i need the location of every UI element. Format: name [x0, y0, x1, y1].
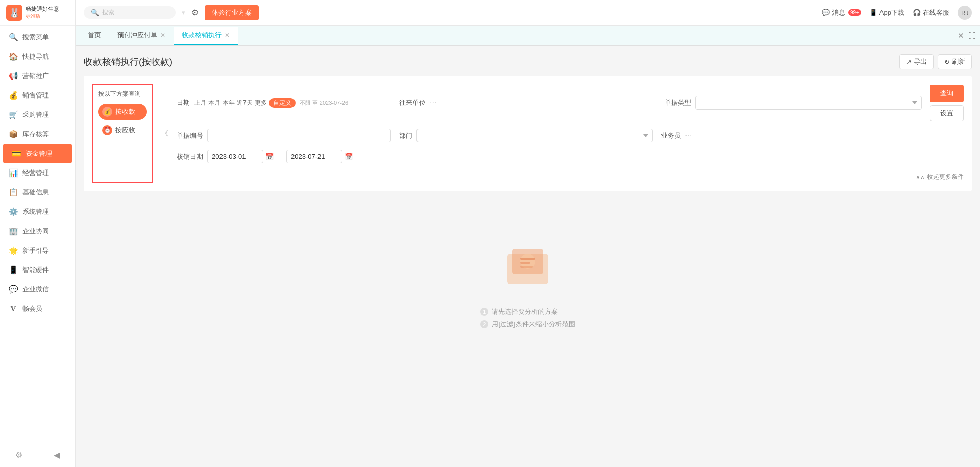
export-btn[interactable]: ↗ 导出 [899, 54, 934, 69]
member-icon: V [8, 305, 18, 313]
funds-icon: 💳 [11, 149, 21, 158]
sidebar-item-operations[interactable]: 📊 经营管理 [0, 163, 75, 183]
doc-no-label: 单据编号 [177, 131, 203, 140]
home-icon: 🏠 [8, 52, 18, 61]
date-from-input[interactable] [207, 150, 263, 163]
sidebar-menu: 🔍 搜索菜单 🏠 快捷导航 📢 营销推广 💰 销售管理 🛒 采购管理 📦 库存核… [0, 26, 75, 443]
filter-panel: 按以下方案查询 💰 按收款 ⏰ 按应收 《 [84, 76, 972, 191]
doc-type-label: 单据类型 [665, 98, 691, 107]
export-icon: ↗ [906, 58, 912, 66]
dept-select[interactable] [416, 129, 653, 142]
tab-collection-close[interactable]: ✕ [225, 32, 230, 39]
filter-option-by-receipt[interactable]: 💰 按收款 [98, 104, 147, 120]
page-header: 收款核销执行(按收款) ↗ 导出 ↻ 刷新 [84, 54, 972, 69]
search-placeholder: 搜索 [102, 8, 114, 17]
tabbar: 首页 预付冲应付单 ✕ 收款核销执行 ✕ ✕ ⛶ [76, 26, 980, 46]
salesperson-label: 业务员 [661, 131, 681, 140]
query-btn[interactable]: 查询 [930, 85, 964, 102]
tab-expand-btn[interactable]: ⛶ [968, 31, 976, 40]
calendar-to-icon[interactable]: 📅 [345, 153, 353, 160]
filter-doc-type-field: 单据类型 [665, 96, 922, 110]
marketing-icon: 📢 [8, 71, 18, 81]
page-title: 收款核销执行(按收款) [84, 56, 173, 68]
avatar[interactable]: Rit [958, 6, 972, 20]
filter-collapse-btn[interactable]: 《 [159, 84, 170, 183]
counterpart-label: 往来单位 [399, 98, 426, 107]
sidebar-settings-btn[interactable]: ⚙ [12, 447, 26, 463]
date-to-input[interactable] [286, 150, 342, 163]
filter-scheme-sidebar: 按以下方案查询 💰 按收款 ⏰ 按应收 [92, 84, 153, 183]
date-shortcut-last-month[interactable]: 上月 [194, 99, 206, 107]
smart-hw-icon: 📱 [8, 265, 18, 275]
doc-no-input[interactable] [207, 129, 391, 142]
filter-doc-no-field: 单据编号 [177, 129, 391, 142]
collapse-icon: 《 [161, 129, 168, 138]
salesperson-dots: ··· [685, 131, 692, 140]
sidebar-item-funds[interactable]: 💳 资金管理 [3, 144, 72, 163]
filter-sidebar-title: 按以下方案查询 [98, 90, 147, 99]
sidebar-item-inventory[interactable]: 📦 库存核算 [0, 125, 75, 144]
date-label: 日期 [177, 98, 190, 107]
refresh-btn[interactable]: ↻ 刷新 [938, 54, 972, 69]
sidebar-item-search[interactable]: 🔍 搜索菜单 [0, 28, 75, 47]
dept-label: 部门 [399, 131, 412, 140]
filter-option-by-receivable[interactable]: ⏰ 按应收 [98, 122, 147, 138]
tab-collection[interactable]: 收款核销执行 ✕ [174, 27, 238, 45]
collapse-more-btn[interactable]: ∧∧ 收起更多条件 [177, 170, 964, 183]
filter-actions: 查询 设置 [930, 84, 964, 121]
by-receipt-icon: 💰 [102, 107, 112, 117]
settings-btn[interactable]: 设置 [930, 105, 964, 121]
tab-home[interactable]: 首页 [80, 27, 109, 45]
tab-close-all-btn[interactable]: ✕ [958, 31, 964, 40]
logo-icon: 🐰 [6, 5, 22, 21]
date-shortcut-custom[interactable]: 自定义 [269, 98, 296, 108]
header-actions: ↗ 导出 ↻ 刷新 [899, 54, 972, 69]
calendar-from-icon[interactable]: 📅 [265, 153, 274, 160]
sidebar-item-system[interactable]: ⚙️ 系统管理 [0, 202, 75, 222]
sidebar-item-purchase[interactable]: 🛒 采购管理 [0, 105, 75, 125]
wechat-icon: 💬 [8, 285, 18, 294]
industry-btn[interactable]: 体验行业方案 [205, 5, 259, 20]
topbar: 🔍 搜索 ▾ ⚙ 体验行业方案 💬 消息 99+ 📱 App下载 🎧 在线客服 … [76, 0, 980, 26]
sidebar-item-wechat[interactable]: 💬 企业微信 [0, 280, 75, 299]
date-shortcut-this-month[interactable]: 本月 [208, 99, 220, 107]
app-download-btn[interactable]: 📱 App下载 [869, 8, 904, 17]
counterpart-dots: ··· [430, 98, 436, 107]
sidebar-item-newbie[interactable]: 🌟 新手引导 [0, 241, 75, 260]
sidebar-item-smart-hw[interactable]: 📱 智能硬件 [0, 260, 75, 280]
main-area: 🔍 搜索 ▾ ⚙ 体验行业方案 💬 消息 99+ 📱 App下载 🎧 在线客服 … [76, 0, 980, 467]
date-shortcut-more[interactable]: 更多 [255, 99, 267, 107]
tip-num-1: 1 [480, 308, 488, 316]
sidebar-item-quick-nav[interactable]: 🏠 快捷导航 [0, 47, 75, 66]
doc-type-select[interactable] [695, 96, 922, 110]
empty-state: 1 请先选择要分析的方案 2 用[过滤]条件来缩小分析范围 [84, 198, 972, 373]
sidebar-item-marketing[interactable]: 📢 营销推广 [0, 66, 75, 86]
svg-rect-5 [520, 266, 533, 268]
filter-row-1: 日期 上月 本月 本年 近7天 更多 自定义 不限 至 2023-07-26 [177, 84, 964, 121]
sidebar: 🐰 畅捷通好生意 标准版 🔍 搜索菜单 🏠 快捷导航 📢 营销推广 💰 销售管理… [0, 0, 76, 467]
collapse-more-icon: ∧∧ [916, 174, 925, 181]
sidebar-item-sales[interactable]: 💰 销售管理 [0, 86, 75, 105]
online-service-btn[interactable]: 🎧 在线客服 [913, 8, 949, 17]
sidebar-item-enterprise[interactable]: 🏢 企业协同 [0, 222, 75, 241]
date-range-from: 📅 [207, 150, 274, 163]
topbar-search[interactable]: 🔍 搜索 [84, 6, 176, 19]
newbie-icon: 🌟 [8, 246, 18, 255]
topbar-divider: ▾ [182, 9, 185, 16]
gear-button[interactable]: ⚙ [191, 8, 199, 17]
sidebar-item-member[interactable]: V 畅会员 [0, 299, 75, 318]
tab-prepay-close[interactable]: ✕ [160, 32, 165, 39]
empty-illustration [497, 238, 558, 299]
tab-prepay[interactable]: 预付冲应付单 ✕ [109, 27, 174, 45]
topbar-right: 💬 消息 99+ 📱 App下载 🎧 在线客服 Rit [822, 6, 972, 20]
inventory-icon: 📦 [8, 130, 18, 139]
message-btn[interactable]: 💬 消息 99+ [822, 8, 861, 17]
refresh-icon: ↻ [944, 58, 950, 66]
message-badge: 99+ [848, 9, 861, 16]
date-shortcut-this-year[interactable]: 本年 [223, 99, 235, 107]
sidebar-collapse-btn[interactable]: ◀ [51, 447, 63, 463]
date-shortcut-7days[interactable]: 近7天 [237, 99, 253, 107]
no-limit-text: 不限 至 2023-07-26 [300, 99, 348, 107]
app-sub: 标准版 [26, 13, 59, 20]
sidebar-item-basic-info[interactable]: 📋 基础信息 [0, 183, 75, 202]
